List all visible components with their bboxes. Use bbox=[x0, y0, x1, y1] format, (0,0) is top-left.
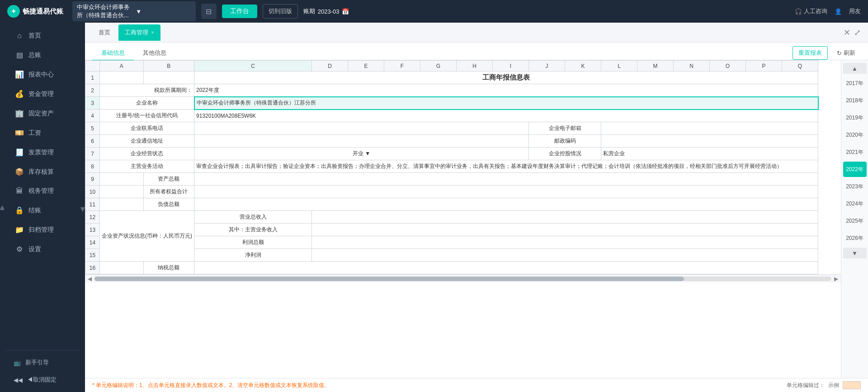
sidebar-item-report[interactable]: 📊 报表中心 bbox=[5, 65, 80, 84]
year-btn-2018[interactable]: 2018年 bbox=[843, 93, 867, 108]
spreadsheet-main[interactable]: A B C D E F G H I J K L M bbox=[85, 60, 841, 378]
col-header-h[interactable]: H bbox=[457, 61, 493, 72]
col-header-b[interactable]: B bbox=[143, 61, 194, 72]
cell-9a[interactable] bbox=[100, 173, 144, 186]
new-guide-button[interactable]: 📺 新手引导 bbox=[5, 354, 80, 371]
cell-11a[interactable] bbox=[100, 198, 144, 211]
cell-1a[interactable] bbox=[100, 72, 144, 84]
cell-6-value1[interactable] bbox=[194, 135, 529, 148]
col-header-j[interactable]: J bbox=[529, 61, 565, 72]
calendar-icon[interactable]: 📅 bbox=[342, 8, 349, 15]
close-panel-icon[interactable]: ✕ bbox=[844, 28, 850, 38]
cell-7-dropdown[interactable]: 开业 ▼ bbox=[194, 148, 529, 160]
sidebar-scroll-down[interactable]: ▼ bbox=[80, 23, 85, 392]
sidebar-item-inventory[interactable]: 📦 库存核算 bbox=[5, 162, 80, 182]
col-header-q[interactable]: Q bbox=[782, 61, 818, 72]
col-header-f[interactable]: F bbox=[384, 61, 420, 72]
year-btn-2024[interactable]: 2024年 bbox=[843, 196, 867, 211]
year-btn-2023[interactable]: 2023年 bbox=[843, 179, 867, 194]
cell-16-label[interactable]: 纳税总额 bbox=[143, 262, 194, 274]
year-btn-2021[interactable]: 2021年 bbox=[843, 144, 867, 160]
year-btn-2017[interactable]: 2017年 bbox=[843, 76, 867, 91]
col-header-i[interactable]: I bbox=[493, 61, 529, 72]
cell-14-label[interactable]: 利润总额 bbox=[194, 236, 312, 249]
cell-5-value2[interactable] bbox=[601, 122, 818, 135]
cell-11-label[interactable]: 负债总额 bbox=[143, 198, 194, 211]
sidebar-item-tax[interactable]: 🏛 税务管理 bbox=[5, 182, 80, 201]
company-settings-icon[interactable]: ⊟ bbox=[201, 4, 217, 19]
cell-7-label1[interactable]: 企业经营状态 bbox=[100, 148, 194, 160]
cell-9-label[interactable]: 资产总额 bbox=[143, 173, 194, 186]
company-selector[interactable]: 中审众环会计师事务所（特殊普通合伙... ▼ bbox=[72, 1, 196, 21]
cell-3-label[interactable]: 企业名称 bbox=[100, 97, 194, 110]
cell-8-label[interactable]: 主营业务活动 bbox=[100, 160, 194, 173]
col-header-d[interactable]: D bbox=[312, 61, 348, 72]
cell-11-value[interactable] bbox=[194, 198, 818, 211]
cell-10-label[interactable]: 所有者权益合计 bbox=[143, 186, 194, 198]
cell-6-value2[interactable] bbox=[601, 135, 818, 148]
cell-15-label[interactable]: 净利润 bbox=[194, 249, 312, 262]
sidebar-item-finance[interactable]: 💰 资金管理 bbox=[5, 84, 80, 104]
cell-10a[interactable] bbox=[100, 186, 144, 198]
cell-1b[interactable] bbox=[143, 72, 194, 84]
col-header-k[interactable]: K bbox=[565, 61, 601, 72]
col-header-p[interactable]: P bbox=[746, 61, 782, 72]
scroll-right-icon[interactable]: ▶ bbox=[833, 276, 839, 282]
col-header-a[interactable]: A bbox=[100, 61, 144, 72]
cell-5-label1[interactable]: 企业联系电话 bbox=[100, 122, 194, 135]
tab-home[interactable]: 首页 bbox=[92, 24, 117, 41]
inner-tab-other[interactable]: 其他信息 bbox=[134, 46, 175, 61]
cell-12-label2[interactable]: 营业总收入 bbox=[194, 211, 312, 224]
year-panel-down[interactable]: ▼ bbox=[843, 248, 867, 258]
cell-7-value2[interactable]: 私营企业 bbox=[601, 148, 818, 160]
cell-4-label[interactable]: 注册号/统一社会信用代码 bbox=[100, 110, 194, 122]
year-panel-up[interactable]: ▲ bbox=[843, 63, 867, 74]
year-btn-2026[interactable]: 2026年 bbox=[843, 230, 867, 246]
cell-13-label[interactable]: 其中：主营业务收入 bbox=[194, 224, 312, 236]
cell-6-label1[interactable]: 企业通信地址 bbox=[100, 135, 194, 148]
sidebar-item-settings[interactable]: ⚙ 设置 bbox=[5, 239, 80, 259]
cell-4-value[interactable]: 91320100MA208E5W6K bbox=[194, 110, 818, 122]
scroll-thumb[interactable] bbox=[94, 277, 684, 281]
horizontal-scrollbar[interactable]: ◀ ▶ bbox=[85, 274, 841, 282]
cell-16a[interactable] bbox=[100, 262, 144, 274]
cell-16-value[interactable] bbox=[194, 262, 818, 274]
scroll-left-icon[interactable]: ◀ bbox=[87, 276, 93, 282]
year-btn-2020[interactable]: 2020年 bbox=[843, 127, 867, 143]
cell-15-value[interactable] bbox=[312, 249, 818, 262]
cell-10-value[interactable] bbox=[194, 186, 818, 198]
cell-7-label2[interactable]: 企业控股情况 bbox=[529, 148, 601, 160]
col-header-o[interactable]: O bbox=[710, 61, 746, 72]
col-header-e[interactable]: E bbox=[348, 61, 384, 72]
cell-title[interactable]: 工商年报信息表 bbox=[194, 72, 818, 84]
expand-panel-icon[interactable]: ⤢ bbox=[854, 28, 861, 38]
col-header-g[interactable]: G bbox=[420, 61, 457, 72]
old-version-button[interactable]: 切到旧版 bbox=[263, 4, 298, 19]
col-header-n[interactable]: N bbox=[674, 61, 710, 72]
sidebar-item-payroll[interactable]: 💴 工资 bbox=[5, 123, 80, 143]
sidebar-item-home[interactable]: ⌂ 首页 bbox=[5, 26, 80, 45]
tab-business[interactable]: 工商管理 × bbox=[118, 24, 160, 41]
col-header-m[interactable]: M bbox=[637, 61, 674, 72]
cell-2-label[interactable]: 税款所属期间： bbox=[100, 84, 194, 97]
tab-close-icon[interactable]: × bbox=[151, 29, 154, 36]
refresh-button[interactable]: ↻ 刷新 bbox=[831, 47, 861, 59]
year-btn-2019[interactable]: 2019年 bbox=[843, 110, 867, 125]
cell-9-value[interactable] bbox=[194, 173, 818, 186]
col-header-c[interactable]: C bbox=[194, 61, 312, 72]
reset-button[interactable]: 重置报表 bbox=[793, 46, 828, 60]
cell-2-value[interactable]: 2022年度 bbox=[194, 84, 818, 97]
cell-3-value[interactable]: 中审众环会计师事务所（特殊普通合伙）江苏分所 bbox=[194, 97, 818, 110]
sidebar-item-invoice[interactable]: 🧾 发票管理 bbox=[5, 143, 80, 162]
cell-14-value[interactable] bbox=[312, 236, 818, 249]
scroll-track[interactable] bbox=[94, 277, 831, 281]
cell-8-value[interactable]: 审查企业会计报表；出具审计报告；验证企业资本；出具验资报告；办理企业合并、分立、… bbox=[194, 160, 818, 173]
workbench-button[interactable]: 工作台 bbox=[222, 5, 257, 18]
service-button[interactable]: 🎧 人工咨询 bbox=[795, 7, 827, 15]
sidebar-item-assets[interactable]: 🏢 固定资产 bbox=[5, 104, 80, 123]
sidebar-item-ledger[interactable]: ▤ 总账 bbox=[5, 45, 80, 65]
cell-5-value1[interactable] bbox=[194, 122, 529, 135]
cell-5-label2[interactable]: 企业电子邮箱 bbox=[529, 122, 601, 135]
cell-13-value[interactable] bbox=[312, 224, 818, 236]
sidebar-scroll-up[interactable]: ▲ bbox=[0, 23, 5, 392]
